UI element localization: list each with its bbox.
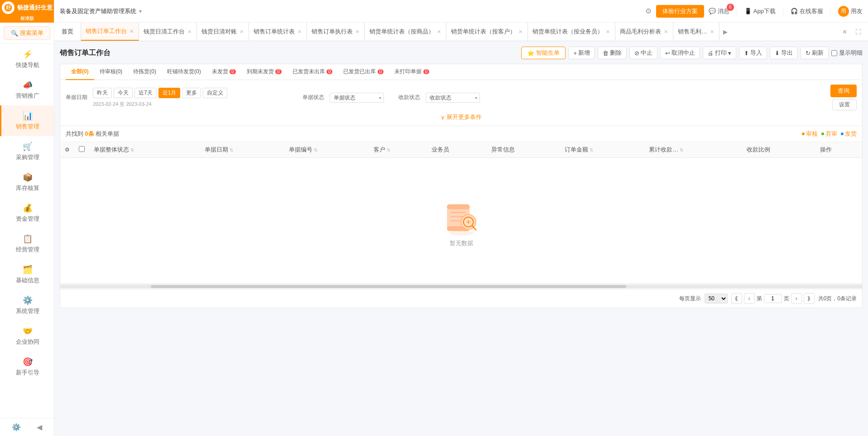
sub-tab-not-shipped[interactable]: 未发货 0 — [206, 64, 241, 80]
online-service-item[interactable]: 🎧 在线客服 — [791, 7, 823, 15]
sidebar-item-quick-nav[interactable]: ⚡ 快捷导航 — [0, 44, 54, 75]
tab-shipment-by-customer[interactable]: 销货单统计表（按客户） ✕ — [446, 23, 528, 41]
query-button[interactable]: 查询 — [830, 85, 857, 97]
expand-down-icon: ∨ — [441, 114, 445, 121]
sort-amount-icon[interactable]: ⇅ — [590, 147, 593, 152]
sub-tab-overdue-not-shipped[interactable]: 到期未发货 0 — [241, 64, 287, 80]
settings-footer-icon[interactable]: ⚙️ — [12, 423, 21, 431]
cancel-stop-button[interactable]: ↩ 取消中止 — [660, 47, 700, 59]
add-button[interactable]: + 新增 — [568, 47, 595, 59]
page-next-btn[interactable]: › — [791, 293, 802, 304]
date-buttons: 昨天 今天 近7天 近1月 更多 自定义 2023-02-24 至 2023-0… — [93, 88, 288, 108]
date-btn-custom[interactable]: 自定义 — [203, 88, 227, 98]
tab-sales-stats[interactable]: 销售订单统计表 ✕ — [249, 23, 307, 41]
user-item[interactable]: 用 用友 — [838, 6, 863, 17]
sidebar-item-purchase[interactable]: 🛒 采购管理 — [0, 136, 54, 167]
message-item[interactable]: 💬 6 消息 — [709, 7, 729, 15]
date-btn-more[interactable]: 更多 — [182, 88, 201, 98]
tab-close-1[interactable]: ✕ — [187, 28, 192, 35]
export-button[interactable]: ⬇ 导出 — [770, 47, 798, 59]
sidebar-item-inventory[interactable]: 📦 库存核算 — [0, 167, 54, 198]
sort-received-icon[interactable]: ⇅ — [680, 147, 683, 152]
ship-action[interactable]: 发货 — [841, 130, 857, 138]
tab-close-5[interactable]: ✕ — [436, 28, 441, 35]
scrollbar-thumb[interactable] — [151, 285, 626, 288]
tab-home[interactable]: 首页 — [54, 23, 81, 41]
sub-tab-shipped-not-out[interactable]: 已发货未出库 0 — [287, 64, 338, 80]
tab-action-fullscreen[interactable]: ⛶ — [852, 25, 864, 38]
sort-number-icon[interactable]: ⇅ — [314, 147, 317, 152]
date-btn-today[interactable]: 今天 — [114, 88, 133, 98]
tab-close-9[interactable]: ✕ — [710, 28, 715, 35]
horizontal-scrollbar[interactable] — [60, 284, 862, 289]
tab-close-4[interactable]: ✕ — [355, 28, 360, 35]
industry-solution-button[interactable]: 体验行业方案 — [656, 5, 704, 18]
setting-button[interactable]: 设置 — [832, 99, 857, 110]
tab-action-prev[interactable]: ✕ — [838, 25, 851, 38]
tab-close-3[interactable]: ✕ — [297, 28, 302, 35]
print-button[interactable]: 🖨 打印 ▾ — [703, 47, 736, 59]
date-btn-yesterday[interactable]: 昨天 — [93, 88, 112, 98]
tab-sales-margin[interactable]: 销售毛利… ✕ — [673, 23, 719, 41]
sort-status-icon[interactable]: ⇅ — [130, 147, 134, 152]
tab-close-6[interactable]: ✕ — [518, 28, 523, 35]
tab-sales-order-workbench[interactable]: 销售订单工作台 ✕ — [81, 23, 139, 41]
sub-tab-wangpu-ship[interactable]: 旺铺待发货(0) — [162, 64, 206, 80]
tab-sales-exec[interactable]: 销售订单执行表 ✕ — [307, 23, 365, 41]
payment-select[interactable]: 收款状态 — [426, 93, 480, 103]
page-prev-btn[interactable]: ‹ — [744, 293, 755, 304]
sub-tab-all[interactable]: 全部(0) — [66, 64, 94, 80]
message-badge: 6 — [727, 4, 734, 11]
page-last-btn[interactable]: ⟫ — [804, 293, 815, 304]
tab-close-8[interactable]: ✕ — [663, 28, 668, 35]
smart-create-button[interactable]: ⭐ 智能生单 — [521, 47, 566, 59]
system-dropdown-icon[interactable]: ▾ — [139, 8, 142, 14]
tab-cash-clear[interactable]: 钱货日清工作台 ✕ — [139, 23, 197, 41]
expand-conditions-btn[interactable]: ∨ 展开更多条件 — [441, 113, 482, 121]
sub-tab-pending-pick[interactable]: 待拣货(0) — [128, 64, 162, 80]
sub-tab-pending-audit[interactable]: 待审核(0) — [94, 64, 128, 80]
sidebar-item-base[interactable]: 🗂️ 基础信息 — [0, 259, 54, 290]
tab-close-7[interactable]: ✕ — [605, 28, 610, 35]
sort-customer-icon[interactable]: ⇅ — [387, 147, 390, 152]
sidebar-item-marketing[interactable]: 📣 营销推广 — [0, 75, 54, 105]
per-page-select[interactable]: 50 10 20 100 — [705, 294, 728, 303]
page-input[interactable] — [764, 294, 782, 303]
sidebar-item-finance[interactable]: 💰 资金管理 — [0, 198, 54, 228]
col-settings[interactable]: ⚙ — [60, 142, 74, 158]
sidebar-item-operation[interactable]: 📋 经营管理 — [0, 228, 54, 259]
date-btn-7days[interactable]: 近7天 — [134, 88, 157, 98]
status-select[interactable]: 单据状态 — [330, 93, 384, 103]
sidebar-item-sales[interactable]: 📊 销售管理 — [0, 105, 54, 136]
tab-more-btn[interactable]: ▶ — [719, 23, 731, 41]
tab-close-0[interactable]: ✕ — [129, 28, 134, 35]
show-detail-label[interactable]: 显示明细 — [831, 49, 863, 57]
sub-tab-shipped-out[interactable]: 已发货已出库 0 — [338, 64, 389, 80]
date-btn-1month[interactable]: 近1月 — [158, 88, 181, 98]
sidebar-item-cooperation[interactable]: 🤝 企业协同 — [0, 321, 54, 351]
page-first-btn[interactable]: ⟪ — [731, 293, 742, 304]
audit-action[interactable]: 审核 — [802, 130, 818, 138]
header-settings-icon[interactable]: ⚙ — [645, 7, 652, 15]
app-download-item[interactable]: 📱 App下载 — [744, 7, 776, 15]
sidebar-item-system[interactable]: ⚙️ 系统管理 — [0, 290, 54, 321]
tab-shipment-by-product[interactable]: 销货单统计表（按商品） ✕ — [365, 23, 446, 41]
show-detail-checkbox[interactable] — [831, 50, 837, 56]
stop-button[interactable]: ⊘ 中止 — [629, 47, 657, 59]
sidebar-item-guide[interactable]: 🎯 新手引导 — [0, 351, 54, 382]
search-menu-button[interactable]: 🔍 搜索菜单 — [4, 26, 50, 40]
tab-shipment-by-salesman[interactable]: 销货单统计表（按业务员） ✕ — [528, 23, 615, 41]
delete-button[interactable]: 🗑 删除 — [598, 47, 627, 59]
cancel-audit-dot — [821, 133, 824, 135]
sub-tab-not-printed[interactable]: 未打印单据 0 — [389, 64, 435, 80]
col-checkbox[interactable] — [74, 142, 89, 158]
tab-cash-reconcile[interactable]: 钱货日清对账 ✕ — [197, 23, 249, 41]
select-all-checkbox[interactable] — [79, 146, 85, 152]
tab-close-2[interactable]: ✕ — [239, 28, 244, 35]
cancel-audit-action[interactable]: 弃审 — [821, 130, 837, 138]
refresh-button[interactable]: ↻ 刷新 — [801, 47, 829, 59]
tab-margin-analysis[interactable]: 商品毛利分析表 ✕ — [615, 23, 673, 41]
collapse-icon[interactable]: ◀ — [37, 423, 42, 431]
import-button[interactable]: ⬆ 导入 — [739, 47, 767, 59]
sort-date-icon[interactable]: ⇅ — [230, 147, 233, 152]
